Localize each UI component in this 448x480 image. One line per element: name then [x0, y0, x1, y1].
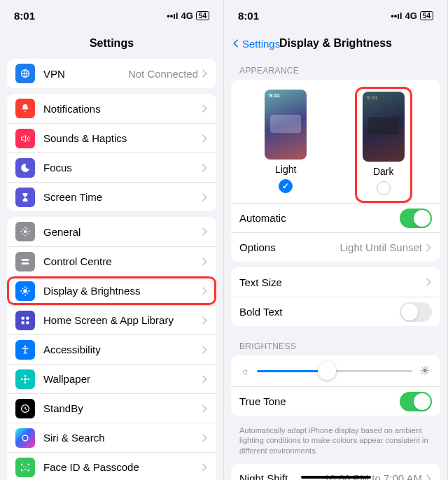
svg-point-9 — [24, 346, 27, 348]
svg-rect-5 — [22, 316, 24, 319]
group-notifications: Notifications Sounds & Haptics Focus Scr… — [7, 94, 216, 211]
true-tone-switch[interactable] — [400, 392, 432, 411]
automatic-switch[interactable] — [400, 209, 432, 228]
appearance-picker: 9:41 Light 9:41 Dark — [231, 80, 440, 203]
row-notifications[interactable]: Notifications — [7, 94, 216, 123]
group-text: Text Size Bold Text — [231, 267, 440, 326]
appearance-dark[interactable]: 9:41 Dark — [363, 92, 405, 195]
svg-point-11 — [24, 375, 27, 377]
row-value: Not Connected — [128, 68, 198, 80]
svg-point-13 — [21, 378, 23, 380]
nav-bar: Settings — [0, 31, 223, 56]
row-homescreen[interactable]: Home Screen & App Library — [7, 305, 216, 334]
row-controlcentre[interactable]: Control Centre — [7, 246, 216, 276]
svg-point-18 — [26, 466, 27, 467]
group-brightness: ☼ ☀ True Tone — [231, 355, 440, 416]
display-brightness-screen: 8:01 ••ıl 4G 54 Settings Display & Brigh… — [224, 0, 448, 480]
hourglass-icon — [15, 188, 35, 207]
bold-text-switch[interactable] — [400, 302, 432, 322]
row-options[interactable]: Options Light Until Sunset — [231, 232, 440, 262]
row-vpn[interactable]: VPN Not Connected — [7, 59, 216, 88]
status-bar: 8:01 ••ıl 4G 54 — [0, 0, 223, 31]
vpn-icon — [15, 64, 35, 83]
dark-preview-icon: 9:41 — [363, 92, 405, 162]
sun-small-icon: ☼ — [241, 365, 250, 376]
chevron-right-icon — [201, 69, 208, 78]
light-radio[interactable] — [279, 179, 293, 193]
signal-icon: ••ıl — [391, 10, 402, 21]
group-appearance: 9:41 Light 9:41 Dark Automatic Options — [231, 80, 440, 262]
chevron-right-icon — [201, 257, 208, 267]
svg-rect-8 — [26, 321, 29, 324]
settings-screen: 8:01 ••ıl 4G 54 Settings VPN Not Connect… — [0, 0, 224, 480]
row-text-size[interactable]: Text Size — [231, 267, 440, 297]
network-label: 4G — [181, 10, 193, 21]
chevron-right-icon — [201, 192, 208, 202]
status-indicators: ••ıl 4G 54 — [167, 10, 209, 21]
appearance-header: APPEARANCE — [224, 56, 447, 80]
brightness-slider-row: ☼ ☀ — [231, 355, 440, 386]
chevron-right-icon — [201, 104, 208, 113]
grid-icon — [15, 311, 35, 330]
chevron-right-icon — [201, 163, 208, 173]
status-indicators: ••ıl 4G 54 — [391, 10, 433, 21]
row-screentime[interactable]: Screen Time — [7, 182, 216, 211]
chevron-right-icon — [201, 433, 208, 443]
row-display-brightness[interactable]: Display & Brightness — [7, 276, 216, 305]
svg-point-12 — [24, 381, 27, 383]
row-focus[interactable]: Focus — [7, 153, 216, 182]
nav-bar: Settings Display & Brightness — [224, 31, 447, 56]
dark-highlight: 9:41 Dark — [355, 87, 412, 203]
svg-point-14 — [27, 378, 29, 380]
group-vpn: VPN Not Connected — [7, 59, 216, 88]
row-faceid[interactable]: Face ID & Passcode — [7, 452, 216, 480]
bell-icon — [15, 99, 35, 118]
row-standby[interactable]: StandBy — [7, 393, 216, 423]
display-settings[interactable]: APPEARANCE 9:41 Light 9:41 Dark Automati — [224, 56, 447, 480]
svg-point-16 — [22, 435, 28, 441]
row-general[interactable]: General — [7, 217, 216, 246]
chevron-right-icon — [425, 277, 432, 287]
appearance-light[interactable]: 9:41 Light — [265, 90, 307, 197]
svg-point-4 — [23, 289, 27, 292]
flower-icon — [15, 369, 35, 389]
accessibility-icon — [15, 340, 35, 360]
back-button[interactable]: Settings — [231, 38, 280, 50]
group-general: General Control Centre Display & Brightn… — [7, 217, 216, 480]
slider-thumb[interactable] — [318, 362, 336, 380]
chevron-right-icon — [201, 463, 208, 472]
sun-large-icon: ☀ — [419, 363, 430, 379]
row-siri[interactable]: Siri & Search — [7, 423, 216, 452]
chevron-right-icon — [425, 474, 432, 480]
row-automatic: Automatic — [231, 203, 440, 232]
siri-icon — [15, 428, 35, 448]
sun-icon — [15, 281, 35, 301]
page-title: Display & Brightness — [279, 37, 392, 50]
chevron-left-icon — [231, 38, 241, 48]
row-label: VPN — [43, 68, 128, 80]
row-accessibility[interactable]: Accessibility — [7, 334, 216, 364]
light-preview-icon: 9:41 — [265, 90, 307, 160]
row-sounds[interactable]: Sounds & Haptics — [7, 123, 216, 153]
true-tone-footer: Automatically adapt iPhone display based… — [224, 421, 447, 458]
home-indicator[interactable] — [301, 476, 371, 479]
moon-icon — [15, 158, 35, 178]
chevron-right-icon — [425, 243, 432, 253]
dark-radio[interactable] — [377, 181, 391, 195]
chevron-right-icon — [201, 227, 208, 237]
battery-icon: 54 — [196, 11, 209, 20]
settings-list[interactable]: VPN Not Connected Notifications Sounds &… — [0, 56, 223, 480]
page-title: Settings — [90, 37, 134, 50]
brightness-slider[interactable] — [257, 370, 412, 372]
row-wallpaper[interactable]: Wallpaper — [7, 364, 216, 393]
battery-icon: 54 — [420, 11, 433, 20]
network-label: 4G — [405, 10, 417, 21]
chevron-right-icon — [201, 286, 208, 296]
svg-rect-2 — [22, 259, 29, 261]
svg-rect-6 — [26, 316, 29, 319]
speaker-icon — [15, 129, 35, 148]
row-bold-text: Bold Text — [231, 297, 440, 326]
svg-point-17 — [23, 466, 24, 467]
clock-icon — [15, 399, 35, 418]
faceid-icon — [15, 458, 35, 477]
